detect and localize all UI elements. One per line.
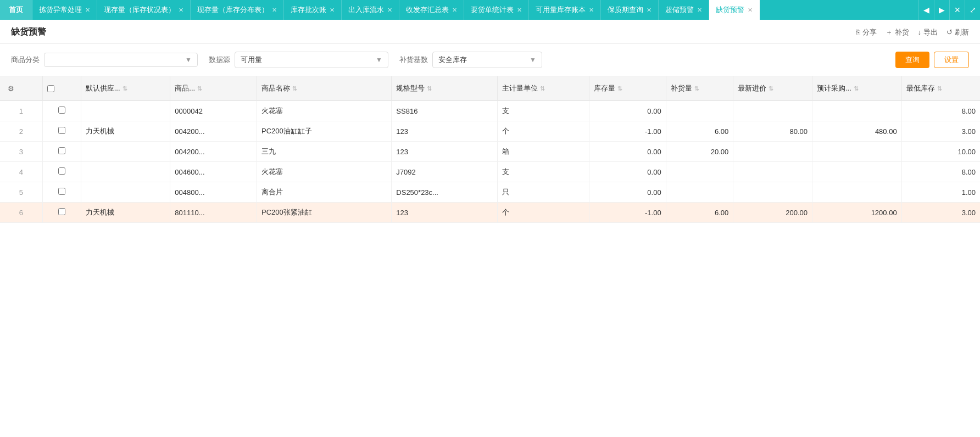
row-plan-4 xyxy=(812,182,901,203)
min-sort-icon: ⇅ xyxy=(937,85,942,92)
export-button[interactable]: ↓ 导出 xyxy=(918,27,938,37)
table-body: 1 0000042 火花塞 SS816 支 0.00 8.00 2 力天机械 0… xyxy=(0,101,980,223)
row-name-3: 火花塞 xyxy=(257,162,392,182)
row-checkbox-5[interactable] xyxy=(58,208,65,215)
replenish-base-value: 安全库存 xyxy=(438,55,467,65)
row-spec-2: 123 xyxy=(392,142,498,162)
data-source-chevron-icon: ▼ xyxy=(376,56,382,64)
nav-tab-6[interactable]: 收发存汇总表 ✕ xyxy=(399,0,464,20)
th-code[interactable]: 商品... ⇅ xyxy=(170,76,257,101)
tab-label-10: 超储预警 xyxy=(665,5,694,15)
nav-tab-11[interactable]: 缺货预警 ✕ xyxy=(709,0,760,20)
nav-tab-5[interactable]: 出入库流水 ✕ xyxy=(342,0,399,20)
row-unit-5: 个 xyxy=(498,203,589,223)
gear-icon[interactable]: ⚙ xyxy=(4,82,18,95)
replenish-icon: ＋ xyxy=(886,27,893,37)
filter-actions: 查询 设置 xyxy=(895,52,969,68)
row-checkbox-1[interactable] xyxy=(58,127,65,134)
close-icon-6[interactable]: ✕ xyxy=(452,7,457,14)
row-checkbox-3[interactable] xyxy=(58,167,65,175)
nav-close-button[interactable]: ✕ xyxy=(949,0,965,20)
row-checkbox-0[interactable] xyxy=(58,107,65,114)
nav-arrows: ◀ ▶ ✕ ⤢ xyxy=(918,0,980,20)
row-replenish-5: 6.00 xyxy=(666,203,733,223)
close-icon-1[interactable]: ✕ xyxy=(85,7,90,14)
refresh-label: 刷新 xyxy=(955,27,969,37)
row-checkbox-4[interactable] xyxy=(58,188,65,195)
replenish-button[interactable]: ＋ 补货 xyxy=(886,27,909,37)
export-label: 导出 xyxy=(923,27,938,37)
row-stock-3: 0.00 xyxy=(589,162,666,182)
share-button[interactable]: ⎘ 分享 xyxy=(856,27,877,37)
replenish-base-label: 补货基数 xyxy=(399,55,428,65)
tab-label-7: 要货单统计表 xyxy=(471,5,514,15)
tab-label-6: 收发存汇总表 xyxy=(406,5,449,15)
select-all-checkbox[interactable] xyxy=(47,85,54,92)
th-settings: ⚙ xyxy=(0,76,42,101)
close-icon-3[interactable]: ✕ xyxy=(272,7,277,14)
nav-expand-button[interactable]: ⤢ xyxy=(965,0,980,20)
row-name-2: 三九 xyxy=(257,142,392,162)
nav-tab-4[interactable]: 库存批次账 ✕ xyxy=(284,0,342,20)
nav-tab-2[interactable]: 现存量（库存状况表） ✕ xyxy=(97,0,191,20)
close-icon-11[interactable]: ✕ xyxy=(748,7,753,14)
nav-next-button[interactable]: ▶ xyxy=(934,0,949,20)
commodity-type-select[interactable]: ▼ xyxy=(44,53,198,67)
row-min-4: 1.00 xyxy=(901,182,980,203)
close-icon-10[interactable]: ✕ xyxy=(697,7,702,14)
close-icon-2[interactable]: ✕ xyxy=(179,7,183,14)
row-supplier-2 xyxy=(81,142,170,162)
th-unit-label: 主计量单位 xyxy=(502,83,538,93)
code-sort-icon: ⇅ xyxy=(197,85,202,92)
row-unit-4: 只 xyxy=(498,182,589,203)
row-code-1: 004200... xyxy=(170,121,257,142)
row-check-cell-4 xyxy=(42,182,81,203)
row-supplier-0 xyxy=(81,101,170,121)
th-replenish[interactable]: 补货量 ⇅ xyxy=(666,76,733,101)
th-supplier[interactable]: 默认供应... ⇅ xyxy=(81,76,170,101)
th-name[interactable]: 商品名称 ⇅ xyxy=(257,76,392,101)
th-plan[interactable]: 预计采购... ⇅ xyxy=(812,76,901,101)
nav-tab-8[interactable]: 可用量库存账本 ✕ xyxy=(529,0,601,20)
close-icon-8[interactable]: ✕ xyxy=(589,7,594,14)
row-name-1: PC200油缸缸子 xyxy=(257,121,392,142)
row-min-3: 8.00 xyxy=(901,162,980,182)
tab-label-3: 现存量（库存分布表） xyxy=(197,5,269,15)
commodity-type-label: 商品分类 xyxy=(11,55,40,65)
close-icon-4[interactable]: ✕ xyxy=(330,7,335,14)
row-check-cell-1 xyxy=(42,121,81,142)
refresh-button[interactable]: ↺ 刷新 xyxy=(946,27,969,37)
th-check xyxy=(42,76,81,101)
row-stock-2: 0.00 xyxy=(589,142,666,162)
th-stock[interactable]: 库存量 ⇅ xyxy=(589,76,666,101)
nav-tab-7[interactable]: 要货单统计表 ✕ xyxy=(464,0,529,20)
row-num-5: 6 xyxy=(0,203,42,223)
data-source-select[interactable]: 可用量 ▼ xyxy=(235,52,388,68)
th-unit[interactable]: 主计量单位 ⇅ xyxy=(498,76,589,101)
nav-tab-9[interactable]: 保质期查询 ✕ xyxy=(601,0,659,20)
th-min-stock[interactable]: 最低库存 ⇅ xyxy=(901,76,980,101)
th-price-label: 最新进价 xyxy=(738,83,766,93)
row-spec-4: DS250*23c... xyxy=(392,182,498,203)
nav-tab-home[interactable]: 首页 xyxy=(0,0,32,20)
table-row: 5 004800... 离合片 DS250*23c... 只 0.00 1.00 xyxy=(0,182,980,203)
export-icon: ↓ xyxy=(918,28,922,36)
data-source-group: 数据源 可用量 ▼ xyxy=(209,52,388,68)
close-icon-9[interactable]: ✕ xyxy=(647,7,652,14)
nav-tab-10[interactable]: 超储预警 ✕ xyxy=(659,0,709,20)
th-price[interactable]: 最新进价 ⇅ xyxy=(733,76,812,101)
query-button[interactable]: 查询 xyxy=(895,52,929,68)
row-checkbox-2[interactable] xyxy=(58,147,65,154)
row-replenish-1: 6.00 xyxy=(666,121,733,142)
settings-button[interactable]: 设置 xyxy=(934,52,969,68)
replenish-label: 补货 xyxy=(895,27,909,37)
replenish-base-select[interactable]: 安全库存 ▼ xyxy=(432,52,542,68)
replenish-sort-icon: ⇅ xyxy=(694,85,699,92)
close-icon-5[interactable]: ✕ xyxy=(387,7,392,14)
nav-tab-3[interactable]: 现存量（库存分布表） ✕ xyxy=(191,0,284,20)
nav-tab-1[interactable]: 拣货异常处理 ✕ xyxy=(32,0,97,20)
th-spec[interactable]: 规格型号 ⇅ xyxy=(392,76,498,101)
row-check-cell-0 xyxy=(42,101,81,121)
nav-prev-button[interactable]: ◀ xyxy=(918,0,934,20)
close-icon-7[interactable]: ✕ xyxy=(517,7,522,14)
